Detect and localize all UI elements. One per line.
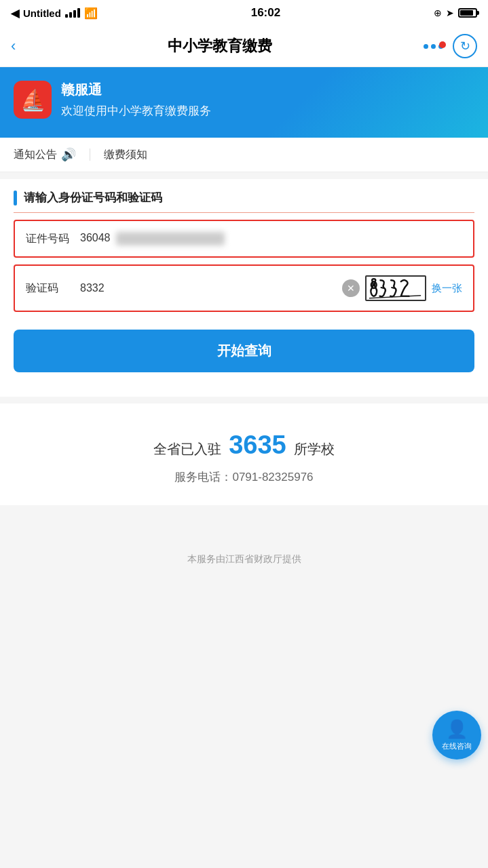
notice-tab-announcements[interactable]: 通知公告 🔊 (14, 147, 90, 162)
captcha-svg (367, 276, 425, 300)
app-name-label: 赣服通 (61, 81, 211, 99)
clear-icon: ✕ (347, 283, 355, 294)
stats-main-text: 全省已入驻 3635 所学校 (14, 431, 474, 460)
captcha-image[interactable] (365, 275, 426, 301)
form-header: 请输入身份证号码和验证码 (0, 179, 488, 212)
form-top-divider (14, 212, 474, 213)
hero-description: 欢迎使用中小学教育缴费服务 (61, 103, 211, 119)
spacer-1 (0, 512, 488, 526)
nav-actions: ↻ (421, 34, 477, 58)
hero-banner: ⛵ 赣服通 欢迎使用中小学教育缴费服务 (0, 67, 488, 138)
status-time: 16:02 (251, 6, 280, 20)
notification-badge (439, 41, 446, 48)
location-icon: ➤ (446, 7, 454, 18)
status-back-arrow: ◀ (11, 7, 19, 20)
status-bar: ◀ Untitled 📶 16:02 ⊕ ➤ (0, 0, 488, 26)
stats-phone: 服务电话：0791-82325976 (14, 469, 474, 485)
stats-prefix: 全省已入驻 (153, 441, 221, 456)
status-left: ◀ Untitled 📶 (11, 7, 98, 20)
hero-text-block: 赣服通 欢迎使用中小学教育缴费服务 (61, 81, 211, 119)
screen-cast-icon: ⊕ (434, 7, 442, 18)
captcha-area: ✕ (342, 275, 462, 301)
notice-tab-label: 通知公告 (14, 148, 57, 162)
logo-icon: ⛵ (20, 88, 45, 112)
id-number-row[interactable]: 证件号码 36048 (14, 220, 474, 258)
back-arrow-icon: ‹ (11, 37, 16, 55)
clear-captcha-button[interactable]: ✕ (342, 279, 360, 297)
refresh-captcha-link[interactable]: 换一张 (432, 282, 462, 295)
stats-section: 全省已入驻 3635 所学校 服务电话：0791-82325976 (0, 403, 488, 505)
back-button[interactable]: ‹ (11, 37, 18, 55)
more-options-button[interactable] (421, 41, 446, 52)
notice-bar: 通知公告 🔊 缴费须知 (0, 138, 488, 172)
query-button[interactable]: 开始查询 (14, 330, 474, 372)
id-label: 证件号码 (26, 232, 80, 246)
app-name: Untitled (23, 7, 61, 19)
id-partial: 36048 (80, 232, 111, 243)
app-logo: ⛵ (14, 81, 52, 119)
page-title: 中小学教育缴费 (24, 36, 415, 56)
captcha-value: 8332 (80, 282, 342, 294)
stats-suffix: 所学校 (294, 441, 335, 456)
phone-number: 0791-82325976 (232, 471, 313, 484)
form-section: 请输入身份证号码和验证码 证件号码 36048 验证码 8332 ✕ (0, 179, 488, 397)
battery-icon (458, 8, 477, 18)
refresh-icon: ↻ (460, 39, 470, 54)
captcha-row[interactable]: 验证码 8332 ✕ (14, 264, 474, 312)
form-title: 请输入身份证号码和验证码 (24, 190, 162, 205)
id-value: 36048 (80, 232, 462, 245)
id-blur-mask (116, 232, 225, 245)
refresh-button[interactable]: ↻ (453, 34, 477, 58)
wifi-icon: 📶 (84, 7, 98, 20)
consult-label: 在线咨询 (442, 742, 472, 751)
header-accent-bar (14, 191, 17, 205)
online-consult-button[interactable]: 👤 在线咨询 (432, 711, 481, 760)
speaker-icon: 🔊 (61, 147, 76, 162)
footer: 本服务由江西省财政厅提供 (0, 526, 488, 593)
captcha-label: 验证码 (26, 281, 80, 296)
consult-icon: 👤 (446, 719, 468, 740)
stats-number: 3635 (229, 431, 286, 459)
nav-bar: ‹ 中小学教育缴费 ↻ (0, 26, 488, 67)
notice-divider (90, 149, 90, 161)
footer-text: 本服务由江西省财政厅提供 (187, 553, 301, 564)
notice-tab-payment[interactable]: 缴费须知 (104, 148, 147, 162)
phone-label: 服务电话： (174, 471, 232, 484)
status-right: ⊕ ➤ (434, 7, 477, 18)
signal-bars (65, 8, 80, 18)
